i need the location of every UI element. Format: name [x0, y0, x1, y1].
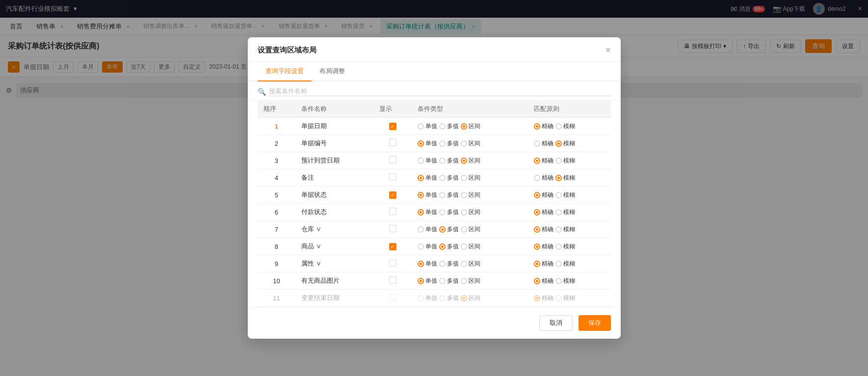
radio-condition-单值[interactable]: 单值 — [418, 242, 437, 251]
row-show-checkbox[interactable] — [373, 221, 412, 238]
radio-condition-多值[interactable]: 多值 — [439, 191, 459, 199]
row-match-rule: 精确模糊 — [528, 135, 610, 152]
row-show-checkbox[interactable] — [373, 152, 412, 169]
row-match-rule: 精确模糊 — [528, 152, 610, 169]
radio-condition-区间[interactable]: 区间 — [461, 157, 480, 165]
row-order: 9 — [258, 255, 296, 272]
modal-close-button[interactable]: × — [605, 45, 611, 61]
modal-tab-query-fields[interactable]: 查询字段设置 — [258, 62, 312, 81]
row-show-checkbox[interactable]: ✓ — [373, 118, 412, 135]
radio-condition-多值[interactable]: 多值 — [439, 122, 459, 131]
row-show-checkbox[interactable] — [373, 169, 412, 187]
radio-match-模糊[interactable]: 模糊 — [555, 294, 575, 302]
modal-title: 设置查询区域布局 — [258, 46, 316, 61]
row-show-checkbox[interactable]: ✓ — [373, 238, 412, 255]
cancel-button[interactable]: 取消 — [539, 315, 573, 331]
row-match-rule: 精确模糊 — [528, 204, 610, 221]
row-show-checkbox[interactable] — [373, 272, 412, 290]
radio-condition-多值[interactable]: 多值 — [439, 157, 459, 165]
radio-match-精确[interactable]: 精确 — [534, 139, 553, 148]
radio-condition-区间[interactable]: 区间 — [461, 277, 480, 285]
th-name: 条件名称 — [295, 101, 373, 118]
radio-match-精确[interactable]: 精确 — [534, 260, 553, 268]
radio-match-模糊[interactable]: 模糊 — [555, 122, 575, 131]
modal-tab-layout[interactable]: 布局调整 — [312, 62, 353, 81]
radio-match-模糊[interactable]: 模糊 — [555, 208, 575, 216]
radio-condition-单值[interactable]: 单值 — [418, 225, 437, 234]
radio-condition-区间[interactable]: 区间 — [461, 294, 480, 302]
radio-condition-多值[interactable]: 多值 — [439, 174, 459, 182]
radio-condition-区间[interactable]: 区间 — [461, 260, 480, 268]
radio-match-精确[interactable]: 精确 — [534, 122, 553, 131]
checkbox-checked[interactable]: ✓ — [389, 243, 396, 250]
checkbox-unchecked[interactable] — [389, 225, 396, 232]
checkbox-unchecked[interactable] — [389, 139, 396, 146]
modal-table-scroll[interactable]: 顺序 条件名称 显示 条件类型 匹配原则 1单据日期✓单值多值区间精确模糊2单据… — [248, 101, 621, 307]
radio-condition-区间[interactable]: 区间 — [461, 174, 480, 182]
th-match-rule: 匹配原则 — [528, 101, 610, 118]
radio-match-精确[interactable]: 精确 — [534, 242, 553, 251]
radio-condition-多值[interactable]: 多值 — [439, 139, 459, 148]
radio-condition-单值[interactable]: 单值 — [418, 139, 437, 148]
checkbox-checked[interactable]: ✓ — [389, 191, 396, 199]
radio-condition-区间[interactable]: 区间 — [461, 242, 480, 251]
checkbox-unchecked[interactable] — [389, 173, 396, 181]
checkbox-unchecked[interactable] — [389, 156, 396, 163]
row-match-rule: 精确模糊 — [528, 169, 610, 187]
radio-match-精确[interactable]: 精确 — [534, 277, 553, 285]
radio-condition-单值[interactable]: 单值 — [418, 277, 437, 285]
radio-condition-单值[interactable]: 单值 — [418, 122, 437, 131]
radio-match-精确[interactable]: 精确 — [534, 174, 553, 182]
radio-condition-区间[interactable]: 区间 — [461, 225, 480, 234]
radio-condition-单值[interactable]: 单值 — [418, 208, 437, 216]
radio-match-精确[interactable]: 精确 — [534, 157, 553, 165]
save-button[interactable]: 保存 — [579, 315, 611, 331]
row-show-checkbox[interactable] — [373, 204, 412, 221]
radio-condition-区间[interactable]: 区间 — [461, 208, 480, 216]
radio-match-模糊[interactable]: 模糊 — [555, 225, 575, 234]
radio-condition-多值[interactable]: 多值 — [439, 294, 459, 302]
radio-match-模糊[interactable]: 模糊 — [555, 242, 575, 251]
radio-match-模糊[interactable]: 模糊 — [555, 260, 575, 268]
row-match-rule: 精确模糊 — [528, 272, 610, 290]
row-show-checkbox[interactable] — [373, 135, 412, 152]
radio-match-精确[interactable]: 精确 — [534, 294, 553, 302]
table-row: 4备注单值多值区间精确模糊 — [258, 169, 611, 187]
radio-match-模糊[interactable]: 模糊 — [555, 191, 575, 199]
th-condition-type: 条件类型 — [412, 101, 528, 118]
radio-condition-多值[interactable]: 多值 — [439, 277, 459, 285]
radio-condition-单值[interactable]: 单值 — [418, 157, 437, 165]
row-condition-type: 单值多值区间 — [412, 135, 528, 152]
radio-match-模糊[interactable]: 模糊 — [555, 277, 575, 285]
radio-condition-单值[interactable]: 单值 — [418, 174, 437, 182]
radio-condition-多值[interactable]: 多值 — [439, 242, 459, 251]
row-show-checkbox[interactable]: ✓ — [373, 187, 412, 204]
radio-condition-多值[interactable]: 多值 — [439, 208, 459, 216]
row-match-rule: 精确模糊 — [528, 255, 610, 272]
radio-condition-区间[interactable]: 区间 — [461, 191, 480, 199]
radio-match-精确[interactable]: 精确 — [534, 208, 553, 216]
checkbox-unchecked[interactable] — [389, 208, 396, 215]
radio-condition-区间[interactable]: 区间 — [461, 122, 480, 131]
checkbox-checked[interactable]: ✓ — [389, 123, 396, 130]
radio-match-模糊[interactable]: 模糊 — [555, 157, 575, 165]
row-order: 2 — [258, 135, 296, 152]
row-show-checkbox[interactable] — [373, 290, 412, 307]
radio-condition-多值[interactable]: 多值 — [439, 225, 459, 234]
search-input[interactable] — [269, 87, 367, 95]
radio-match-精确[interactable]: 精确 — [534, 191, 553, 199]
checkbox-unchecked[interactable] — [389, 294, 396, 301]
radio-condition-单值[interactable]: 单值 — [418, 191, 437, 199]
radio-match-精确[interactable]: 精确 — [534, 225, 553, 234]
checkbox-unchecked[interactable] — [389, 259, 396, 267]
radio-condition-单值[interactable]: 单值 — [418, 294, 437, 302]
row-condition-name: 仓库 ∨ — [295, 221, 373, 238]
radio-match-模糊[interactable]: 模糊 — [555, 139, 575, 148]
checkbox-unchecked[interactable] — [389, 276, 396, 284]
radio-condition-区间[interactable]: 区间 — [461, 139, 480, 148]
row-show-checkbox[interactable] — [373, 255, 412, 272]
radio-condition-单值[interactable]: 单值 — [418, 260, 437, 268]
radio-match-模糊[interactable]: 模糊 — [555, 174, 575, 182]
row-condition-type: 单值多值区间 — [412, 255, 528, 272]
radio-condition-多值[interactable]: 多值 — [439, 260, 459, 268]
